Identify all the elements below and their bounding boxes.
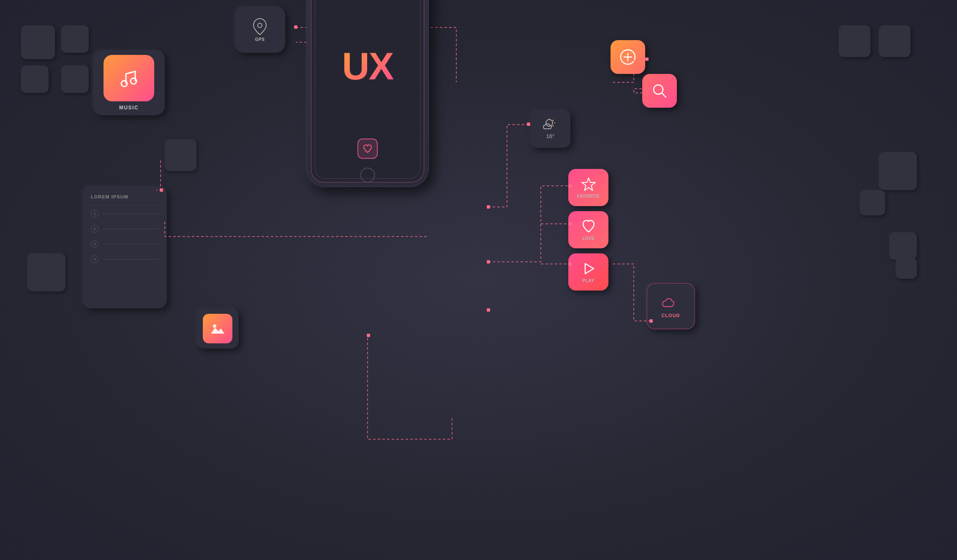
search-icon	[652, 83, 668, 99]
phone-home-button[interactable]	[360, 168, 375, 182]
lorem-circle-2: 2	[91, 225, 98, 233]
lorem-item-4: 4	[91, 256, 158, 263]
cloud-sun-icon	[541, 119, 560, 131]
favorite-card[interactable]: FAVORITE	[568, 169, 608, 206]
lorem-card: LOREM IPSUM 1 2 3 4	[82, 186, 167, 308]
heart-icon-phone	[363, 144, 373, 154]
lorem-item-1: 1	[91, 210, 158, 217]
lorem-line-4	[103, 259, 158, 260]
cloud-card[interactable]: CLOUD	[646, 283, 695, 329]
cloud-icon	[660, 295, 682, 310]
favorite-label: FAVORITE	[577, 194, 600, 198]
deco-square-6	[27, 253, 65, 291]
deco-square-1	[21, 25, 55, 59]
phone-heart-button[interactable]	[357, 139, 378, 159]
lorem-divider	[91, 205, 158, 206]
add-icon	[620, 49, 636, 65]
gallery-card[interactable]	[196, 308, 239, 348]
play-label: PLAY	[583, 278, 594, 283]
svg-point-12	[258, 23, 262, 27]
search-card[interactable]	[642, 74, 677, 108]
svg-line-19	[553, 125, 553, 126]
lorem-circle-4: 4	[91, 256, 98, 263]
svg-line-17	[553, 120, 553, 121]
heart-love-icon	[581, 219, 596, 234]
lorem-circle-3: 3	[91, 240, 98, 248]
love-label: LOVE	[582, 236, 594, 241]
phone: UX	[306, 0, 429, 187]
weather-card[interactable]: 16°	[530, 110, 570, 148]
phone-screen: UX	[311, 0, 424, 182]
gps-label: GPS	[255, 37, 265, 42]
svg-line-24	[662, 93, 666, 97]
lorem-line-1	[103, 213, 158, 214]
deco-square-2	[61, 25, 89, 53]
deco-square-11	[889, 232, 917, 260]
image-icon	[209, 320, 226, 337]
play-card[interactable]: PLAY	[568, 253, 608, 291]
lorem-title: LOREM IPSUM	[91, 194, 158, 199]
deco-square-12	[896, 258, 917, 279]
love-card[interactable]: LOVE	[568, 211, 608, 248]
location-pin-icon	[252, 18, 268, 35]
lorem-item-3: 3	[91, 240, 158, 248]
gps-card[interactable]: GPS	[234, 6, 285, 53]
cloud-label: CLOUD	[661, 313, 680, 318]
deco-square-10	[860, 190, 885, 215]
deco-square-7	[839, 25, 870, 57]
lorem-line-2	[103, 228, 158, 229]
deco-square-9	[879, 152, 917, 190]
lorem-line-3	[103, 244, 158, 245]
deco-square-3	[21, 65, 49, 93]
lorem-item-2: 2	[91, 225, 158, 233]
svg-marker-26	[585, 264, 594, 274]
deco-square-4	[61, 65, 89, 93]
add-card[interactable]	[611, 40, 645, 74]
deco-square-5	[165, 139, 196, 171]
music-note-icon	[117, 66, 141, 90]
lorem-circle-1: 1	[91, 210, 98, 217]
ux-logo: UX	[342, 47, 393, 85]
svg-marker-25	[582, 178, 595, 190]
star-icon	[581, 177, 596, 192]
weather-temp: 16°	[546, 133, 555, 139]
music-label: MUSIC	[119, 105, 139, 111]
play-icon	[581, 261, 596, 276]
deco-square-8	[879, 25, 911, 57]
svg-point-27	[213, 324, 216, 328]
music-card[interactable]: MUSIC	[93, 50, 165, 115]
